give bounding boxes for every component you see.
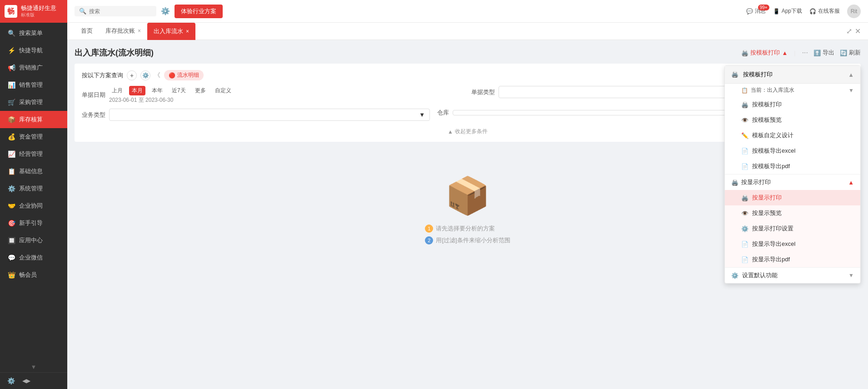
refresh-label: 刷新 [849,49,861,57]
date-field: 单据日期 上月 本月 本年 近7天 更多 自定义 2023-06-01 至 20… [82,86,464,104]
topbar-gear-icon[interactable]: ⚙️ [161,7,170,15]
eye-icon-2: 👁️ [741,210,748,217]
display-export-excel-label: 按显示导出excel [752,240,795,248]
dropdown-set-default[interactable]: ⚙️ 设置默认功能 ▼ [725,268,860,283]
maximize-btn[interactable]: ⤢ [846,27,852,35]
dropdown-chevron-up[interactable]: ▲ [848,71,854,78]
sidebar-item-guide[interactable]: 🎯 新手引导 [0,214,67,232]
app-download-btn[interactable]: 📱 App下载 [773,7,802,15]
message-btn[interactable]: 💬 消息 99+ [746,7,766,15]
tab-home[interactable]: 首页 [75,23,99,40]
tab-flow-close[interactable]: × [186,28,189,35]
filter-tag[interactable]: 🔴 流水明细 [164,70,204,80]
dropdown-template-export-excel[interactable]: 📄 按模板导出excel [725,143,860,159]
sidebar-item-inventory[interactable]: 📦 库存核算 [0,111,67,128]
date-opt-this-month[interactable]: 本月 [129,86,145,95]
display-print-chevron[interactable]: ▲ [848,179,854,186]
close-window-btn[interactable]: ✕ [855,27,861,35]
tab-batch-account[interactable]: 库存批次账 × [99,23,147,40]
search-icon: 🔍 [7,30,15,37]
display-print-section-header[interactable]: 🖨️ 按显示打印 ▲ [725,175,860,190]
app-title: 畅捷通好生意 [21,5,56,12]
settings-bottom-icon[interactable]: ⚙️ [7,377,15,384]
date-option-group: 上月 本月 本年 近7天 更多 自定义 [109,86,234,95]
sidebar-item-finance[interactable]: 💰 资金管理 [0,128,67,145]
date-opt-last-month[interactable]: 上月 [109,86,125,95]
export-btn[interactable]: ⬆️ 导出 [813,49,834,57]
dropdown-template-custom[interactable]: ✏️ 模板自定义设计 [725,128,860,143]
doc-type-label: 单据类型 [471,88,495,96]
sidebar-item-label: 新手引导 [19,219,43,227]
dropdown-template-export-pdf[interactable]: 📄 按模板导出pdf [725,159,860,174]
sidebar-item-label: 应用中心 [19,236,43,244]
sidebar-item-member[interactable]: 👑 畅会员 [0,266,67,284]
printer-icon-3: 🖨️ [741,101,748,108]
sidebar-item-label: 销售管理 [19,81,43,89]
filter-collapse-icon[interactable]: 《 [154,71,160,80]
search-input[interactable] [89,8,144,15]
sidebar-item-operations[interactable]: 📈 经营管理 [0,145,67,163]
dropdown-display-print[interactable]: 🖨️ 按显示打印 [725,190,860,205]
chevron-up-icon: ▲ [782,50,788,56]
tab-home-label: 首页 [81,27,93,35]
dropdown-template-preview[interactable]: 👁️ 按模板预览 [725,112,860,128]
topbar-right: 💬 消息 99+ 📱 App下载 🎧 在线客服 Rit [746,5,861,18]
sidebar-item-purchase[interactable]: 🛒 采购管理 [0,94,67,111]
chevron-down-icon-2: ▼ [419,111,425,118]
date-opt-more[interactable]: 更多 [192,86,209,95]
print-template-btn[interactable]: 🖨️ 按模板打印 ▲ [741,49,788,57]
tab-batch-account-close[interactable]: × [138,28,141,34]
app-download-label: App下载 [782,7,802,15]
date-opt-7days[interactable]: 近7天 [169,86,189,95]
sidebar-item-sys-mgmt[interactable]: ⚙️ 系统管理 [0,180,67,197]
megaphone-icon: 📢 [7,64,15,71]
dropdown-display-preview[interactable]: 👁️ 按显示预览 [725,205,860,221]
industry-btn[interactable]: 体验行业方案 [175,5,223,18]
refresh-btn[interactable]: 🔄 刷新 [840,49,861,57]
page-title: 出入库流水(流水明细) [75,47,154,58]
tab-flow[interactable]: 出入库流水 × [147,23,195,40]
filter-add-btn[interactable]: + [127,70,137,80]
dropdown-display-export-pdf[interactable]: 📄 按显示导出pdf [725,252,860,267]
sidebar-item-quick-nav[interactable]: ⚡ 快捷导航 [0,42,67,59]
export-icon: ⬆️ [813,50,821,56]
sidebar-item-label: 采购管理 [19,98,43,106]
display-print-icon: 🖨️ [731,179,738,186]
filter-settings-btn[interactable]: ⚙️ [140,70,150,80]
sidebar-item-marketing[interactable]: 📢 营销推广 [0,59,67,76]
sidebar-item-wechat[interactable]: 💬 企业微信 [0,249,67,266]
trend-icon: 📈 [7,150,15,158]
date-opt-this-year[interactable]: 本年 [149,86,165,95]
printer-icon-4: 🖨️ [741,194,748,201]
more-actions-btn[interactable]: ··· [802,49,808,57]
chart-icon: 📊 [7,81,15,89]
sidebar-item-sales[interactable]: 📊 销售管理 [0,76,67,94]
sidebar-scroll-down[interactable]: ▼ [0,362,67,372]
sidebar-item-cooperation[interactable]: 🤝 企业协同 [0,197,67,214]
online-service-btn[interactable]: 🎧 在线客服 [809,7,840,15]
sidebar-item-basic-info[interactable]: 📋 基础信息 [0,163,67,180]
tabs-right-actions: ⤢ ✕ [846,27,861,35]
tabs-bar: 首页 库存批次账 × 出入库流水 × ⤢ ✕ [67,23,868,40]
business-type-select[interactable]: ▼ [109,109,430,121]
pdf-icon: 📄 [741,163,748,170]
dropdown-display-print-settings[interactable]: ⚙️ 按显示打印设置 [725,221,860,236]
message-icon: 💬 [746,8,753,15]
collapse-sidebar-icon[interactable]: ◀▶ [22,378,30,384]
user-avatar[interactable]: Rit [847,5,861,18]
business-type-label: 业务类型 [82,111,105,119]
dropdown-display-export-excel[interactable]: 📄 按显示导出excel [725,236,860,252]
topbar-search[interactable]: 🔍 [75,6,156,16]
phone-icon: 📱 [773,8,780,15]
excel-icon-2: 📄 [741,241,748,248]
current-label-chevron[interactable]: ▼ [848,87,854,94]
sidebar-item-app-center[interactable]: 🔲 应用中心 [0,232,67,249]
date-opt-custom[interactable]: 自定义 [212,86,234,95]
money-icon: 💰 [7,133,15,140]
hint-item-1: 1 请先选择要分析的方案 [425,224,510,233]
sidebar-item-search[interactable]: 🔍 搜索菜单 [0,25,67,42]
sidebar: 畅 畅捷通好生意 标准版 🔍 搜索菜单 ⚡ 快捷导航 📢 营销推广 📊 销售管理… [0,0,67,389]
dropdown-template-print[interactable]: 🖨️ 按模板打印 [725,97,860,112]
print-dropdown-panel: 🖨️ 按模板打印 ▲ 📋 当前：出入库流水 ▼ 🖨️ 按模板打印 [724,65,861,284]
display-section: 🖨️ 按显示打印 👁️ 按显示预览 ⚙️ 按显示打印设置 📄 按显示导出exce… [725,190,860,268]
